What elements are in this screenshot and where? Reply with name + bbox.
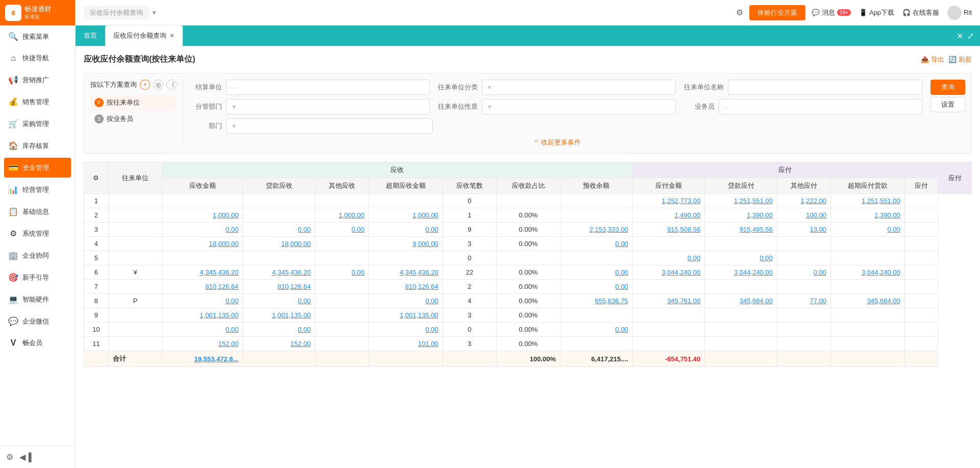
total-ar-amount[interactable]: 19,553,472,6... (162, 351, 243, 367)
cell-ar_overdue[interactable]: 1,001,135.00 (369, 308, 443, 323)
cell-ar_amount[interactable]: 1,000.00 (162, 208, 243, 223)
cell-ap_amount[interactable]: 1,490.00 (632, 208, 705, 223)
cell-ap_overdue[interactable]: 1,251,551.00 (831, 194, 905, 208)
partner-category-input[interactable]: ▼ (482, 80, 676, 95)
cell-ar_advance[interactable]: 0.00 (560, 237, 633, 251)
cell-ar_advance[interactable]: 0.00 (560, 280, 633, 294)
cell-ar_amount[interactable]: 152.00 (162, 337, 243, 351)
scheme-item-salesperson[interactable]: S 按业务员 (90, 111, 177, 127)
cell-ar_overdue[interactable]: 9,000.00 (369, 237, 443, 251)
sidebar-item-funds[interactable]: 💳 资金管理 (4, 158, 71, 178)
export-button[interactable]: 📤 导出 (921, 55, 944, 64)
cell-ar_loan[interactable]: 1,001,135.00 (243, 308, 315, 323)
cell-ap_overdue[interactable]: 0.00 (831, 223, 905, 237)
cell-ap_loan[interactable]: 1,390.00 (705, 208, 777, 223)
cell-ap_loan[interactable]: 915,495.56 (705, 223, 777, 237)
sidebar-item-vip[interactable]: V 畅会员 (0, 332, 75, 354)
tab-ar-ap[interactable]: 应收应付余额查询 ✕ (105, 26, 183, 46)
cell-ap_other[interactable]: 0.00 (777, 265, 830, 280)
cell-ar_amount[interactable]: 0.00 (162, 323, 243, 337)
cell-ar_other[interactable]: 0.00 (315, 265, 369, 280)
cell-ar_loan[interactable]: 810,126.64 (243, 280, 315, 294)
sidebar-item-marketing[interactable]: 📢 营销推广 (0, 69, 75, 91)
filter-add-button[interactable]: + (140, 80, 150, 90)
cell-ar_amount[interactable]: 0.00 (162, 294, 243, 308)
partner-name-input[interactable] (728, 80, 922, 95)
cell-ar_advance[interactable]: 0.00 (560, 265, 633, 280)
cell-ap_overdue[interactable]: 1,390.00 (831, 208, 905, 223)
scheme-item-partner[interactable]: P 按往来单位 (90, 95, 177, 110)
cell-ar_amount[interactable]: 18,000.00 (162, 237, 243, 251)
sidebar-item-enterprise[interactable]: 🏢 企业协同 (0, 244, 75, 266)
sidebar-item-basic-info[interactable]: 📋 基础信息 (0, 201, 75, 223)
sidebar-item-search-menu[interactable]: 🔍 搜索菜单 (0, 26, 75, 47)
app-download-item[interactable]: 📱 App下载 (859, 8, 894, 17)
user-info[interactable]: Rit (947, 6, 972, 20)
sidebar-item-beginner[interactable]: 🎯 新手引导 (0, 266, 75, 288)
cell-ar_overdue[interactable]: 101.00 (369, 337, 443, 351)
cell-ap_other[interactable]: 1,222.00 (777, 194, 830, 208)
promo-button[interactable]: 体验行业方案 (749, 5, 805, 20)
cell-ar_amount[interactable]: 810,126.64 (162, 280, 243, 294)
cell-ap_amount[interactable]: 0.00 (632, 251, 705, 265)
sidebar-item-smart-hw[interactable]: 💻 智能硬件 (0, 288, 75, 310)
cell-ar_advance[interactable]: 655,636.75 (560, 294, 633, 308)
cell-ar_loan[interactable]: 0.00 (243, 323, 315, 337)
refresh-button[interactable]: 🔄 刷新 (948, 55, 972, 64)
cell-ar_other[interactable]: 0.00 (315, 223, 369, 237)
message-item[interactable]: 💬 消息 99+ (812, 8, 851, 17)
cell-ar_overdue[interactable]: 0.00 (369, 323, 443, 337)
cell-ar_loan[interactable]: 4,345,436.20 (243, 265, 315, 280)
cell-ap_other[interactable]: 77.00 (777, 294, 830, 308)
cell-ar_amount[interactable]: 0.00 (162, 223, 243, 237)
query-button[interactable]: 查询 (930, 80, 965, 95)
cell-ap_amount[interactable]: 3,044,240.00 (632, 265, 705, 280)
cell-ap_amount[interactable]: 1,252,773.00 (632, 194, 705, 208)
cell-ar_overdue[interactable]: 0.00 (369, 294, 443, 308)
cell-ap_loan[interactable]: 3,044,240.00 (705, 265, 777, 280)
filter-collapse-btn[interactable]: 《 (166, 80, 177, 90)
tab-home[interactable]: 首页 (76, 26, 105, 46)
cell-ap_loan[interactable]: 1,251,551.00 (705, 194, 777, 208)
cell-ar_overdue[interactable]: 810,126.64 (369, 280, 443, 294)
cell-ap_overdue[interactable]: 3,044,240.00 (831, 265, 905, 280)
sidebar-item-sales[interactable]: 💰 销售管理 (0, 91, 75, 113)
cell-ar_loan[interactable]: 152.00 (243, 337, 315, 351)
cell-ar_loan[interactable]: 0.00 (243, 294, 315, 308)
filter-setting-button[interactable]: ◎ (153, 80, 163, 90)
cell-ap_overdue[interactable]: 345,684.00 (831, 294, 905, 308)
col-gear[interactable]: ⚙ (84, 162, 109, 194)
cell-ap_other[interactable]: 100.00 (777, 208, 830, 223)
dept-manager-input[interactable]: ▼ (226, 99, 430, 114)
sidebar-item-quick-nav[interactable]: ⌂ 快捷导航 (0, 47, 75, 69)
cell-ap_amount[interactable]: 915,508.56 (632, 223, 705, 237)
partner-nature-input[interactable]: ▼ (482, 99, 676, 114)
sidebar-item-purchase[interactable]: 🛒 采购管理 (0, 113, 75, 135)
sidebar-item-system[interactable]: ⚙ 系统管理 (0, 223, 75, 244)
cell-ar_overdue[interactable]: 4,345,436.20 (369, 265, 443, 280)
sidebar-item-enterprise-wechat[interactable]: 💬 企业微信 (0, 310, 75, 332)
cell-ar_amount[interactable]: 4,345,436.20 (162, 265, 243, 280)
tab-expand-icon[interactable]: ⤢ (967, 31, 974, 41)
cell-ap_loan[interactable]: 0.00 (705, 251, 777, 265)
cell-ar_loan[interactable]: 0.00 (243, 223, 315, 237)
cell-ap_loan[interactable]: 345,684.00 (705, 294, 777, 308)
salesperson-input[interactable]: ··· (719, 99, 922, 114)
sidebar-item-inventory[interactable]: 🏠 库存核算 (0, 135, 75, 157)
cell-ar_overdue[interactable]: 0.00 (369, 223, 443, 237)
cell-ar_amount[interactable]: 1,001,135.00 (162, 308, 243, 323)
collapse-button[interactable]: ⌃ 收起更多条件 (533, 138, 581, 147)
settlement-unit-input[interactable]: ··· (226, 80, 430, 95)
tab-close-window-icon[interactable]: ✕ (957, 31, 963, 41)
cell-ar_advance[interactable]: 0.00 (560, 323, 633, 337)
sidebar-item-operations[interactable]: 📊 经营管理 (0, 179, 75, 201)
cell-ar_loan[interactable]: 18,000.00 (243, 237, 315, 251)
sidebar-collapse-icon[interactable]: ◀▐ (19, 452, 31, 462)
cell-ap_amount[interactable]: 345,761.00 (632, 294, 705, 308)
dept-input[interactable]: ▼ (226, 118, 433, 134)
table-setting-button[interactable]: 设置 (930, 97, 965, 112)
cell-ap_other[interactable]: 13.00 (777, 223, 830, 237)
header-gear-icon[interactable]: ⚙ (736, 8, 743, 17)
online-service-item[interactable]: 🎧 在线客服 (902, 8, 939, 17)
cell-ar_other[interactable]: 1,000.00 (315, 208, 369, 223)
